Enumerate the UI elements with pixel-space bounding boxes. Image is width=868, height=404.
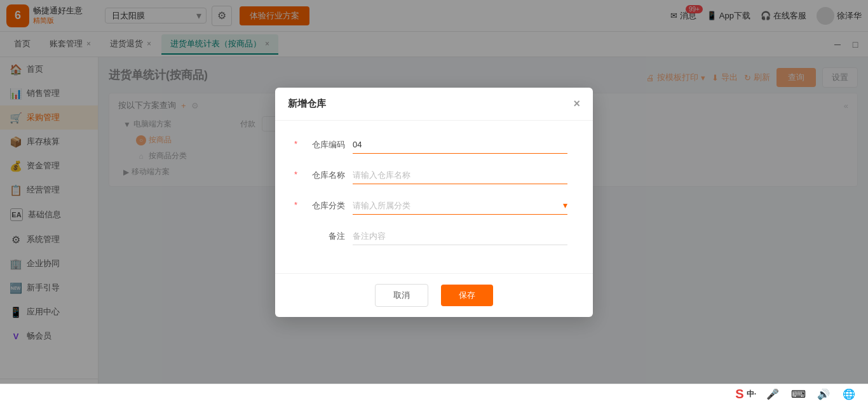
note-label: 备注 bbox=[301, 231, 345, 242]
save-button[interactable]: 保存 bbox=[441, 285, 493, 306]
form-row-category: 仓库分类 ▾ bbox=[301, 197, 567, 215]
name-label: 仓库名称 bbox=[301, 170, 345, 181]
code-input[interactable] bbox=[353, 136, 567, 154]
modal-footer: 取消 保存 bbox=[275, 273, 593, 317]
category-chevron-icon[interactable]: ▾ bbox=[563, 200, 567, 210]
category-select-wrap: ▾ bbox=[353, 197, 567, 215]
modal-header: 新增仓库 × bbox=[275, 88, 593, 121]
modal-body: 仓库编码 仓库名称 仓库分类 ▾ 备注 bbox=[275, 121, 593, 273]
cancel-button[interactable]: 取消 bbox=[375, 284, 428, 307]
code-label: 仓库编码 bbox=[301, 139, 345, 151]
modal-overlay: 新增仓库 × 仓库编码 仓库名称 仓库分类 ▾ bbox=[0, 0, 868, 404]
category-input[interactable] bbox=[353, 197, 563, 214]
mic-button[interactable]: 🎤 bbox=[764, 386, 782, 403]
modal-close-button[interactable]: × bbox=[573, 98, 580, 109]
category-label: 仓库分类 bbox=[301, 200, 345, 212]
form-row-code: 仓库编码 bbox=[301, 136, 567, 154]
s-zh-label: 中· bbox=[747, 389, 756, 400]
new-warehouse-modal: 新增仓库 × 仓库编码 仓库名称 仓库分类 ▾ bbox=[275, 88, 593, 317]
volume-button[interactable]: 🔊 bbox=[815, 386, 832, 403]
keyboard-button[interactable]: ⌨ bbox=[789, 386, 807, 403]
name-input[interactable] bbox=[353, 166, 567, 184]
lang-button[interactable]: 🌐 bbox=[840, 386, 858, 403]
form-row-name: 仓库名称 bbox=[301, 166, 567, 184]
s-logo: S 中· bbox=[735, 387, 756, 401]
note-input[interactable] bbox=[353, 227, 567, 245]
modal-title: 新增仓库 bbox=[288, 98, 326, 110]
form-row-note: 备注 bbox=[301, 227, 567, 245]
bottom-bar: S 中· 🎤 ⌨ 🔊 🌐 bbox=[0, 384, 868, 404]
s-icon: S bbox=[735, 387, 743, 401]
